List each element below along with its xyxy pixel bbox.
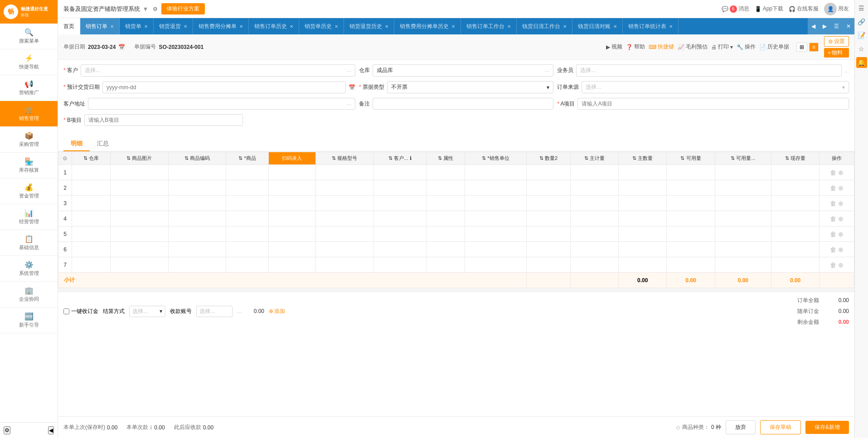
- print-btn[interactable]: 🖨 打印 ▾: [711, 43, 733, 51]
- order-source-input[interactable]: 选择... ▾: [582, 81, 849, 93]
- row-product-2[interactable]: [226, 180, 268, 196]
- th-warehouse[interactable]: ⇅ 仓库: [72, 152, 111, 165]
- tab-home[interactable]: 首页: [58, 18, 80, 34]
- th-available2[interactable]: ⇅ 可用量...: [715, 152, 771, 165]
- row-sales-unit-5[interactable]: [465, 226, 526, 242]
- sidebar-item-quicknav[interactable]: ⚡快捷导航: [0, 49, 58, 75]
- online-service-btn[interactable]: 🎧 在线客服: [789, 5, 819, 13]
- customer-ellipsis[interactable]: ...: [347, 67, 351, 73]
- row-available2-7[interactable]: [715, 257, 771, 273]
- sidebar-item-enterprise[interactable]: 🏢企业协同: [0, 282, 58, 308]
- row-main-unit-4[interactable]: [570, 211, 618, 226]
- th-spec[interactable]: ⇅ 规格型号: [315, 152, 373, 165]
- user-avatar[interactable]: 👤 用友: [824, 3, 849, 15]
- th-main-unit[interactable]: ⇅ 主计量: [570, 152, 618, 165]
- th-image[interactable]: ⇅ 商品图片: [110, 152, 168, 165]
- row-copy-icon-2[interactable]: ⊕: [838, 184, 844, 192]
- th-current-stock[interactable]: ⇅ 现存量: [771, 152, 819, 165]
- row-available2-5[interactable]: [715, 226, 771, 242]
- tab-close-x-sales-stats[interactable]: ✕: [669, 24, 673, 29]
- row-sales-unit-7[interactable]: [465, 257, 526, 273]
- row-available2-6[interactable]: [715, 242, 771, 257]
- row-spec-6[interactable]: [315, 242, 373, 257]
- tab-prev-btn[interactable]: ◀: [808, 18, 819, 34]
- appdown-btn[interactable]: 📱 App下载: [755, 5, 783, 13]
- row-sales-unit-6[interactable]: [465, 242, 526, 257]
- row-customer-code-3[interactable]: [373, 196, 427, 211]
- sidebar-item-search[interactable]: 🔍搜索菜单: [0, 24, 58, 49]
- row-product-4[interactable]: [226, 211, 268, 226]
- b-project-input[interactable]: [84, 114, 243, 126]
- row-qty2-3[interactable]: [527, 196, 571, 211]
- sidebar-item-inventory[interactable]: 🏪库存核算: [0, 153, 58, 178]
- address-input[interactable]: ...: [88, 98, 355, 110]
- tab-close-x-sales-order[interactable]: ✕: [110, 24, 114, 29]
- row-warehouse-2[interactable]: [72, 180, 111, 196]
- row-main-unit-6[interactable]: [570, 242, 618, 257]
- row-available-4[interactable]: [667, 211, 715, 226]
- layout-grid-btn[interactable]: ⊞: [796, 43, 807, 52]
- row-qty2-2[interactable]: [527, 180, 571, 196]
- row-customer-code-5[interactable]: [373, 226, 427, 242]
- tab-close-x-sales-return[interactable]: ✕: [184, 24, 187, 29]
- row-qty2-7[interactable]: [527, 257, 571, 273]
- right-icon-5[interactable]: 🔔: [856, 57, 867, 68]
- th-qty2[interactable]: ⇅ 数量2: [527, 152, 571, 165]
- row-main-qty-7[interactable]: [619, 257, 667, 273]
- tab-sales-bill-hist[interactable]: 销货单历史✕: [299, 18, 344, 34]
- row-sku-1[interactable]: [168, 165, 226, 180]
- sidebar-item-guide[interactable]: 🆕新手引导: [0, 308, 58, 333]
- row-available-7[interactable]: [667, 257, 715, 273]
- th-available[interactable]: ⇅ 可用量: [667, 152, 715, 165]
- row-copy-icon-4[interactable]: ⊕: [838, 215, 844, 222]
- row-main-qty-1[interactable]: [619, 165, 667, 180]
- tab-sales-expense[interactable]: 销售费用分摊单✕: [193, 18, 249, 34]
- row-delete-icon-3[interactable]: 🗑: [830, 200, 836, 207]
- row-spec-1[interactable]: [315, 165, 373, 180]
- row-delete-icon-1[interactable]: 🗑: [830, 169, 836, 176]
- topbar-settings-icon[interactable]: ⚙: [153, 6, 158, 12]
- tab-close-x-sales-workbench[interactable]: ✕: [507, 24, 511, 29]
- row-attr-3[interactable]: [427, 196, 465, 211]
- row-customer-code-6[interactable]: [373, 242, 427, 257]
- row-copy-icon-5[interactable]: ⊕: [838, 231, 844, 238]
- row-warehouse-6[interactable]: [72, 242, 111, 257]
- th-main-qty[interactable]: ⇅ 主数量: [619, 152, 667, 165]
- row-sku-7[interactable]: [168, 257, 226, 273]
- one-click-cb-input[interactable]: [63, 308, 69, 314]
- message-icon-btn[interactable]: 💬 6 消息: [722, 5, 749, 13]
- customer-input[interactable]: 选择... ...: [81, 64, 355, 77]
- tab-expand-btn[interactable]: ☰: [830, 18, 843, 34]
- row-main-unit-5[interactable]: [570, 226, 618, 242]
- add-material-btn[interactable]: + 物料: [824, 48, 849, 58]
- row-product-6[interactable]: [226, 242, 268, 257]
- tab-sales-expense-hist[interactable]: 销售费用分摊单历史✕: [394, 18, 461, 34]
- row-sku-5[interactable]: [168, 226, 226, 242]
- th-attr[interactable]: ⇅ 属性: [427, 152, 465, 165]
- sidebar-collapse-btn[interactable]: ◀: [48, 426, 54, 434]
- row-main-unit-2[interactable]: [570, 180, 618, 196]
- tab-close-x-sales-order-hist[interactable]: ✕: [290, 24, 293, 29]
- tab-cash-reconcile[interactable]: 钱货日清对账✕: [572, 18, 623, 34]
- right-icon-4[interactable]: ☆: [856, 43, 867, 54]
- row-warehouse-1[interactable]: [72, 165, 111, 180]
- row-warehouse-3[interactable]: [72, 196, 111, 211]
- horizontal-scrollbar[interactable]: [58, 288, 854, 292]
- row-available-6[interactable]: [667, 242, 715, 257]
- row-spec-2[interactable]: [315, 180, 373, 196]
- row-sales-unit-2[interactable]: [465, 180, 526, 196]
- sidebar-settings-btn[interactable]: ⚙: [4, 426, 10, 434]
- row-attr-2[interactable]: [427, 180, 465, 196]
- row-spec-3[interactable]: [315, 196, 373, 211]
- row-sku-4[interactable]: [168, 211, 226, 226]
- staff-input[interactable]: 选择...: [576, 64, 842, 77]
- row-warehouse-4[interactable]: [72, 211, 111, 226]
- sidebar-item-finance[interactable]: 💰资金管理: [0, 178, 58, 204]
- row-main-unit-3[interactable]: [570, 196, 618, 211]
- th-customer-code[interactable]: ⇅ 客户... ℹ: [373, 152, 427, 165]
- sidebar-item-sales[interactable]: 🛒销售管理: [0, 101, 58, 127]
- delivery-calendar-icon[interactable]: 📅: [349, 84, 355, 91]
- tab-sales-return[interactable]: 销货退货✕: [154, 18, 193, 34]
- row-warehouse-7[interactable]: [72, 257, 111, 273]
- discard-btn[interactable]: 放弃: [726, 420, 756, 434]
